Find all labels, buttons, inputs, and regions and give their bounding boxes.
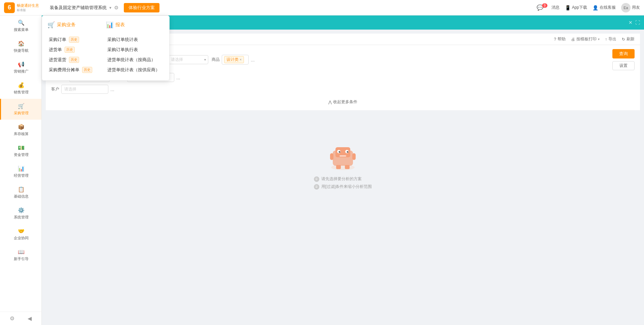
menu-label-purchase-expense: 采购费用分摊单: [49, 67, 79, 73]
menu-label-inbound-stats-goods: 进货单统计表（按商品）: [107, 57, 155, 63]
history-tag-3: 历史: [69, 57, 79, 63]
history-tag-4: 历史: [82, 67, 92, 73]
history-tag-2: 历史: [65, 47, 75, 53]
purchase-menu-icon: 🛒: [47, 21, 55, 29]
menu-label-purchase-order-stats: 采购订单统计表: [107, 37, 138, 43]
col-purchase-title: 🛒 采购业务: [47, 21, 98, 31]
menu-label-purchase-order: 采购订单: [49, 37, 66, 43]
col-reports-title: 📊 报表: [106, 21, 167, 31]
menu-inbound[interactable]: 进货单 历史: [47, 45, 98, 55]
menu-inbound-stats-goods[interactable]: 进货单统计表（按商品）: [106, 55, 167, 65]
dropdown-col-reports: 📊 报表 采购订单统计表 采购订单执行表 进货单统计表（按商品） 进货单统计表（…: [106, 21, 167, 75]
menu-inbound-return[interactable]: 进货退货 历史: [47, 55, 98, 65]
menu-inbound-stats-supplier[interactable]: 进货单统计表（按供应商）: [106, 65, 167, 75]
col-purchase-label: 采购业务: [57, 22, 76, 28]
app-container: 6 畅捷通好生意 标准版 装备及固定资产辅助管理系统 ▾ ⚙ 体验行业方案 💬 …: [0, 0, 644, 325]
dropdown-col-purchase: 🛒 采购业务 采购订单 历史 进货单 历史 进货退货 历史 采购费用分摊单: [47, 21, 98, 75]
dropdown-overlay: 🛒 采购业务 采购订单 历史 进货单 历史 进货退货 历史 采购费用分摊单: [0, 0, 644, 325]
menu-purchase-expense[interactable]: 采购费用分摊单 历史: [47, 65, 98, 75]
col-reports-label: 报表: [115, 22, 125, 28]
reports-menu-icon: 📊: [106, 21, 113, 29]
menu-purchase-order-stats[interactable]: 采购订单统计表: [106, 35, 167, 45]
dropdown-menu: 🛒 采购业务 采购订单 历史 进货单 历史 进货退货 历史 采购费用分摊单: [42, 15, 170, 81]
menu-label-inbound-stats-supplier: 进货单统计表（按供应商）: [107, 67, 160, 73]
menu-label-inbound: 进货单: [49, 47, 62, 53]
history-tag-1: 历史: [69, 37, 79, 43]
menu-purchase-order[interactable]: 采购订单 历史: [47, 35, 98, 45]
menu-label-purchase-order-exec: 采购订单执行表: [107, 47, 138, 53]
menu-purchase-order-exec[interactable]: 采购订单执行表: [106, 45, 167, 55]
menu-label-inbound-return: 进货退货: [49, 57, 66, 63]
